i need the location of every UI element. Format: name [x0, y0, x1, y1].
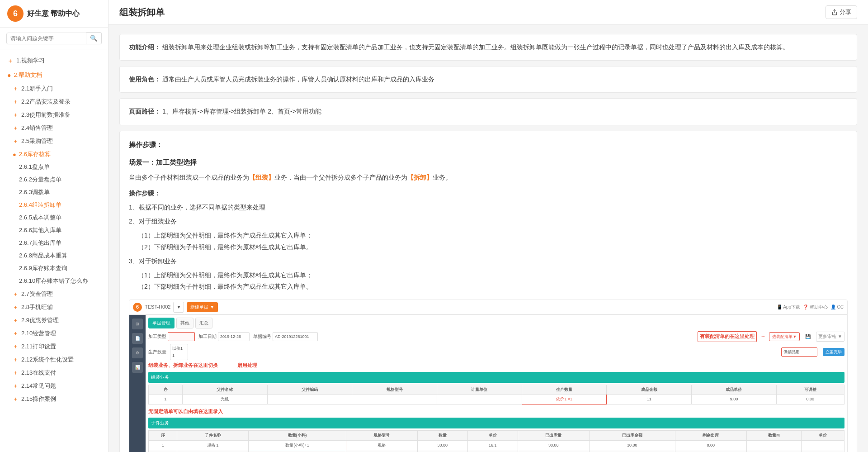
ss-sidebar: ⊞ 📄 ⚙ 📊: [129, 315, 146, 452]
sidebar-item-online-pay[interactable]: ＋ 2.13在线支付: [0, 366, 108, 379]
sidebar-item-coupon[interactable]: ＋ 2.9优惠券管理: [0, 314, 108, 327]
ss-table1: 序 父件名称 父件编码 规格型号 计量单位 生产数量 成品金额 成品单价 可调整: [148, 385, 844, 404]
ss-type-input: [168, 332, 195, 341]
expand-icon: ＋: [13, 395, 19, 403]
sidebar-item-assembly[interactable]: 2.6.4组装拆卸单: [0, 199, 108, 211]
ss-app-id: TEST-H002: [145, 303, 170, 312]
ss-qty-label: 生产数量: [148, 348, 166, 356]
ss-date-label: 加工日期: [198, 333, 217, 341]
ss-th-unit: 计量单位: [437, 385, 522, 395]
sidebar-item-label: 2.12系统个性化设置: [21, 356, 74, 364]
docs-children: ＋ 2.1新手入门 ＋ 2.2产品安装及登录 ＋ 2.3使用前数据准备: [0, 82, 108, 405]
ops-title: 操作步骤：: [129, 138, 848, 151]
ss-section1-header: 组装业务: [148, 372, 844, 383]
nav-group-inventory: ● 2.6库存核算 2.6.1盘点单 2.6.2分量盘点单 2.6.3调拨单 2…: [0, 148, 108, 287]
sidebar-item-stocktake[interactable]: 2.6.1盘点单: [0, 161, 108, 173]
intro-label: 功能介绍：: [129, 43, 160, 51]
share-button[interactable]: 分享: [826, 5, 857, 19]
screenshot-container: 6 TEST-H002 ▼ 新建单据 ▼ 📱 App下载 ❓ 帮助中心 👤 CC: [129, 300, 848, 452]
nav-group-purchase: ＋ 2.5采购管理: [0, 135, 108, 147]
page-title: 组装拆卸单: [119, 6, 165, 19]
sidebar-item-inv-query[interactable]: 2.6.9库存账本查询: [0, 262, 108, 275]
ss-type-label: 加工类型: [148, 333, 166, 341]
sidebar-item-inv-error[interactable]: 2.6.10库存账本错了怎么办: [0, 275, 108, 287]
nav-group-newcomer: ＋ 2.1新手入门: [0, 82, 108, 95]
sidebar-item-goods-cost[interactable]: 2.6.8商品成本重算: [0, 249, 108, 262]
ss-btn-batch: 选装配清单▼: [769, 332, 800, 341]
ss-field-ordernum: 单据编号 AD-201912261001: [253, 332, 318, 341]
sidebar-item-docs[interactable]: ● 2.帮助文档: [0, 68, 108, 82]
sidebar-item-label: 2.8手机旺辅: [21, 303, 53, 311]
ss-form-row1: 加工类型 加工日期 2019-12-26 单据编号 AD-20191226100: [148, 331, 844, 342]
ss-th-adj: 可调整: [776, 385, 844, 395]
ss-tab-summary: 汇总: [195, 318, 212, 328]
sidebar-item-sales[interactable]: ＋ 2.4销售管理: [0, 122, 108, 134]
ss-field-date: 加工日期 2019-12-26: [198, 332, 250, 341]
step3: 3、对于拆卸业务: [129, 256, 848, 267]
step1: 1、根据不同的业务，选择不同单据的类型来处理: [129, 202, 848, 213]
ss-more-btn: 更多审核 ▼: [816, 332, 844, 342]
ss-th-seq: 序: [149, 385, 183, 395]
expand-icon: ＋: [13, 356, 19, 364]
expand-icon: ＋: [13, 111, 19, 119]
scenario1-title: 场景一：加工类型选择: [129, 156, 848, 168]
sidebar-item-faq[interactable]: ＋ 2.14常见问题: [0, 380, 108, 392]
expand-icon: ＋: [13, 369, 19, 377]
sidebar-item-label: 2.14常见问题: [21, 382, 56, 390]
sidebar-item-mobile[interactable]: ＋ 2.8手机旺辅: [0, 301, 108, 314]
sidebar-item-inventory[interactable]: ● 2.6库存核算: [0, 148, 108, 161]
sidebar-item-purchase[interactable]: ＋ 2.5采购管理: [0, 135, 108, 147]
ss-icon-help: ❓ 帮助中心: [803, 303, 828, 311]
ss-body: ⊞ 📄 ⚙ 📊 单据管理 其他 汇总: [129, 315, 847, 452]
sidebar-item-label: 2.5采购管理: [21, 137, 53, 145]
sidebar-item-data-prep[interactable]: ＋ 2.3使用前数据准备: [0, 109, 108, 121]
search-button[interactable]: 🔍: [86, 32, 102, 44]
sidebar-item-customize[interactable]: ＋ 2.12系统个性化设置: [0, 353, 108, 366]
expand-icon: ＋: [13, 329, 19, 338]
ss-save-icon: 💾: [805, 333, 811, 341]
sidebar-item-label: 2.2产品安装及登录: [21, 98, 71, 106]
sidebar-item-cases[interactable]: ＋ 2.15操作案例: [0, 393, 108, 405]
step2-sub1: （1）上部明细为父件明细，最终作为产成品生成其它入库单；: [138, 230, 848, 241]
sidebar-item-cost-adjust[interactable]: 2.6.5成本调整单: [0, 211, 108, 224]
role-text: 通常由生产人员或库管人员完成拆装业务的操作，库管人员确认原材料的出库和产成品的入…: [162, 76, 434, 83]
sidebar-item-finance[interactable]: ＋ 2.7资金管理: [0, 288, 108, 300]
expand-icon: ＋: [13, 382, 19, 390]
sidebar-item-label: 2.13在线支付: [21, 369, 56, 377]
sidebar-item-other-out[interactable]: 2.6.7其他出库单: [0, 237, 108, 249]
intro-text: 组装拆卸单用来处理企业组装或拆卸等加工业务，支持有固定装配清单的产品加工业务，也…: [162, 43, 789, 51]
ss-new-order-btn: 新建单据 ▼: [187, 302, 218, 312]
sidebar-item-newcomer[interactable]: ＋ 2.1新手入门: [0, 82, 108, 95]
sidebar-item-other-in[interactable]: 2.6.6其他入库单: [0, 224, 108, 237]
sidebar-item-label: 2.帮助文档: [14, 71, 42, 79]
ss-field-type: 加工类型: [148, 332, 195, 341]
expand-icon: ＋: [13, 85, 19, 93]
sidebar-item-sub-stocktake[interactable]: 2.6.2分量盘点单: [0, 173, 108, 186]
ops-steps-sub-title: 操作步骤：: [129, 188, 848, 199]
ss-ordernum-label: 单据编号: [253, 333, 271, 341]
ss-annotation3: 启用处理: [237, 362, 257, 368]
sidebar-item-operations[interactable]: ＋ 2.10经营管理: [0, 327, 108, 340]
nav-group-video: ＋ 1.视频学习: [0, 54, 108, 67]
sidebar-item-transfer[interactable]: 2.6.3调拨单: [0, 186, 108, 199]
ss-th-price: 成品单价: [692, 385, 777, 395]
expand-icon: ＋: [13, 124, 19, 132]
inventory-children: 2.6.1盘点单 2.6.2分量盘点单 2.6.3调拨单 2.6.4组装拆卸单 …: [0, 161, 108, 287]
sidebar-item-print[interactable]: ＋ 2.11打印设置: [0, 340, 108, 353]
path-card: 页面路径： 1、库存核算->库存管理->组装拆卸单 2、首页->常用功能: [119, 98, 857, 125]
ss-ordernum-input: AD-201912261001: [273, 332, 318, 341]
intro-card: 功能介绍： 组装拆卸单用来处理企业组装或拆卸等加工业务，支持有固定装配清单的产品…: [119, 34, 857, 61]
ops-card: 操作步骤： 场景一：加工类型选择 当由多个子件材料组装成一个成品的业务为【组装】…: [119, 131, 857, 452]
search-input[interactable]: [6, 33, 86, 44]
table-row: 1 光机 依价1 ×1 11 9.00 0.00: [149, 395, 844, 404]
ss-icon-user: 👤 CC: [830, 303, 844, 311]
expand-icon: ＋: [13, 98, 19, 106]
sidebar-item-install[interactable]: ＋ 2.2产品安装及登录: [0, 95, 108, 108]
nav-group-coupon: ＋ 2.9优惠券管理: [0, 314, 108, 327]
table-row: 2 规格 2 30.00 0.00 0.00: [149, 450, 844, 452]
table-row: 1 规格 1 数量(小料)+1 规格 30.00 16.1 30.00 30.0…: [149, 440, 844, 450]
nav-group-customize: ＋ 2.12系统个性化设置: [0, 353, 108, 366]
sidebar-item-video[interactable]: ＋ 1.视频学习: [0, 54, 108, 67]
ss-btn-confirm: 立案完毕: [823, 348, 844, 356]
step2-sub2: （2）下部明细为子件明细，最终作为原材料生成其它出库单。: [138, 242, 848, 253]
